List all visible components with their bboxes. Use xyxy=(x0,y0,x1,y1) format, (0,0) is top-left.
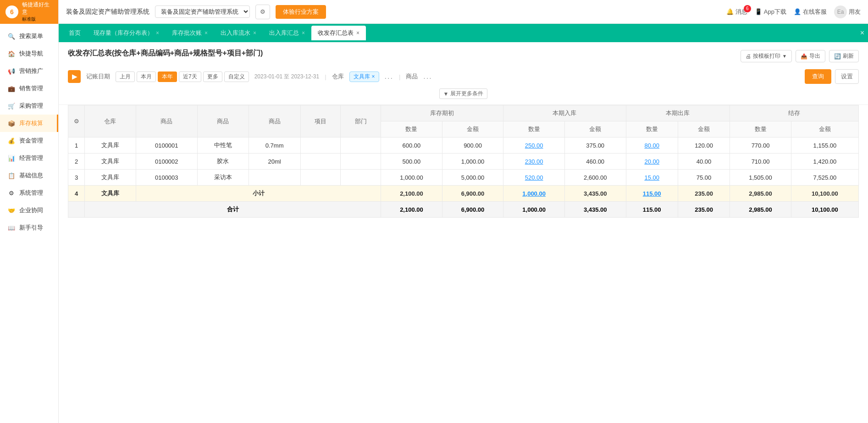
cell-opening-amt: 1,000.00 xyxy=(442,154,503,170)
app-download-button[interactable]: 📱 App下载 xyxy=(755,8,786,16)
footer-in-amt: 3,435.00 xyxy=(564,202,626,218)
cell-out-qty[interactable]: 20.00 xyxy=(626,154,678,170)
in-qty-link[interactable]: 230.00 xyxy=(525,158,543,165)
th-closing: 结存 xyxy=(730,105,859,121)
tab-inout-summary[interactable]: 出入库汇总 × xyxy=(263,26,311,40)
out-qty-link[interactable]: 20.00 xyxy=(644,158,659,165)
table-row: 2 文具库 0100002 胶水 20ml 500.00 1,000.00 23… xyxy=(68,154,859,170)
sidebar-item-label: 资金管理 xyxy=(19,137,43,145)
user-label: 用友 xyxy=(849,8,861,16)
cell-subtotal-out-qty[interactable]: 115.00 xyxy=(626,186,678,202)
sidebar-item-marketing[interactable]: 📢 营销推广 xyxy=(0,62,58,80)
inventory-icon: 📦 xyxy=(7,119,16,127)
system-select[interactable]: 装备及固定资产辅助管理系统 xyxy=(155,5,250,18)
date-btn-more[interactable]: 更多 xyxy=(203,71,222,82)
cell-subtotal-in-qty[interactable]: 1,000.00 xyxy=(503,186,565,202)
tab-inout-summary-close[interactable]: × xyxy=(302,30,305,36)
out-qty-link[interactable]: 15.00 xyxy=(644,174,659,181)
sidebar-logo: 6 畅捷通好生意 标准版 xyxy=(0,0,58,24)
cell-out-qty[interactable]: 15.00 xyxy=(626,170,678,186)
subtotal-in-qty-link[interactable]: 1,000.00 xyxy=(522,190,546,197)
trial-button[interactable]: 体验行业方案 xyxy=(276,5,326,19)
cell-subtotal-out-amt: 235.00 xyxy=(678,186,730,202)
tab-recv-send-close[interactable]: × xyxy=(356,30,359,36)
tab-inventory-dist-label: 现存量（库存分布表） xyxy=(94,29,153,37)
goods-more-dots[interactable]: ... xyxy=(423,72,432,81)
sidebar-item-business[interactable]: 📊 经营管理 xyxy=(0,149,58,167)
cell-in-qty[interactable]: 250.00 xyxy=(503,137,565,154)
tab-inout-flow[interactable]: 出入库流水 × xyxy=(214,26,263,40)
tab-batch-close[interactable]: × xyxy=(205,30,208,36)
notification-button[interactable]: 🔔 消息 6 xyxy=(726,8,747,16)
cell-in-qty[interactable]: 230.00 xyxy=(503,154,565,170)
refresh-label: 刷新 xyxy=(843,52,854,60)
tab-recv-send[interactable]: 收发存汇总表 × xyxy=(311,26,366,40)
cell-code: 0100003 xyxy=(136,170,197,186)
cell-name: 中性笔 xyxy=(197,137,249,154)
sidebar-item-system[interactable]: ⚙ 系统管理 xyxy=(0,184,58,202)
date-btn-this-month[interactable]: 本月 xyxy=(137,71,156,82)
topbar-left: 装备及固定资产辅助管理系统 装备及固定资产辅助管理系统 ⚙ 体验行业方案 xyxy=(66,5,326,19)
warehouse-tag-close[interactable]: × xyxy=(372,73,375,80)
guide-icon: 📖 xyxy=(7,224,16,232)
th-out-amt: 金额 xyxy=(678,121,730,137)
query-button[interactable]: 查询 xyxy=(805,69,831,84)
cell-out-qty[interactable]: 80.00 xyxy=(626,137,678,154)
th-goods-spec: 商品 xyxy=(249,105,300,137)
online-service-button[interactable]: 👤 在线客服 xyxy=(794,8,827,16)
cell-project xyxy=(300,170,341,186)
cell-in-qty[interactable]: 520.00 xyxy=(503,170,565,186)
date-btn-custom[interactable]: 自定义 xyxy=(224,71,249,82)
warehouse-more-dots[interactable]: ... xyxy=(385,72,393,81)
cell-in-amt: 375.00 xyxy=(564,137,626,154)
system-title: 装备及固定资产辅助管理系统 xyxy=(66,8,149,16)
filter-toggle-button[interactable]: ▶ xyxy=(68,70,81,83)
service-icon: 👤 xyxy=(794,8,801,15)
th-settings[interactable]: ⚙ xyxy=(68,105,85,137)
print-button[interactable]: 🖨 按模板打印 ▼ xyxy=(741,50,792,62)
cell-opening-amt: 5,000.00 xyxy=(442,170,503,186)
tab-inventory-dist-close[interactable]: × xyxy=(156,30,159,36)
cell-subtotal-in-amt: 3,435.00 xyxy=(564,186,626,202)
purchase-icon: 🛒 xyxy=(7,102,16,110)
expand-conditions-button[interactable]: ▼ 展开更多条件 xyxy=(439,88,488,99)
user-button[interactable]: Ea 用友 xyxy=(834,5,861,18)
sidebar: 6 畅捷通好生意 标准版 🔍 搜索菜单 🏠 快捷导航 📢 营销推广 💼 销售管理… xyxy=(0,0,59,423)
sidebar-item-search[interactable]: 🔍 搜索菜单 xyxy=(0,27,58,45)
filter-settings-button[interactable]: 设置 xyxy=(835,69,859,84)
out-qty-link[interactable]: 80.00 xyxy=(644,142,659,149)
cell-subtotal-closing-qty: 2,985.00 xyxy=(730,186,791,202)
date-btn-this-year[interactable]: 本年 xyxy=(158,71,177,82)
cell-out-amt: 75.00 xyxy=(678,170,730,186)
sidebar-item-purchase[interactable]: 🛒 采购管理 xyxy=(0,97,58,115)
tab-home[interactable]: 首页 xyxy=(62,26,87,40)
close-all-tabs-button[interactable]: × xyxy=(860,29,864,37)
sidebar-item-inventory[interactable]: 📦 库存核算 xyxy=(0,115,58,132)
date-btn-7days[interactable]: 近7天 xyxy=(179,71,201,82)
sidebar-item-guide[interactable]: 📖 新手引导 xyxy=(0,219,58,236)
in-qty-link[interactable]: 520.00 xyxy=(525,174,543,181)
tab-batch[interactable]: 库存批次账 × xyxy=(166,26,214,40)
export-button[interactable]: 📤 导出 xyxy=(796,50,825,62)
sidebar-item-corp[interactable]: 🤝 企业协同 xyxy=(0,202,58,219)
cell-closing-qty: 770.00 xyxy=(730,137,791,154)
sidebar-item-finance[interactable]: 💰 资金管理 xyxy=(0,132,58,149)
cell-code: 0100001 xyxy=(136,137,197,154)
subtotal-out-qty-link[interactable]: 115.00 xyxy=(643,190,661,197)
page-actions: 🖨 按模板打印 ▼ 📤 导出 🔄 刷新 xyxy=(741,50,859,62)
cell-no: 3 xyxy=(68,170,85,186)
cell-dept xyxy=(341,170,381,186)
date-btn-last-month[interactable]: 上月 xyxy=(116,71,135,82)
tab-inout-flow-close[interactable]: × xyxy=(253,30,256,36)
sidebar-item-base[interactable]: 📋 基础信息 xyxy=(0,167,58,184)
sidebar-item-sales[interactable]: 💼 销售管理 xyxy=(0,80,58,97)
tab-inventory-dist[interactable]: 现存量（库存分布表） × xyxy=(87,26,166,40)
warehouse-label: 仓库 xyxy=(332,72,344,81)
gear-button[interactable]: ⚙ xyxy=(255,5,270,19)
marketing-icon: 📢 xyxy=(7,67,16,75)
footer-out-qty: 115.00 xyxy=(626,202,678,218)
cell-subtotal-opening-qty: 2,100.00 xyxy=(381,186,442,202)
refresh-button[interactable]: 🔄 刷新 xyxy=(829,50,859,62)
in-qty-link[interactable]: 250.00 xyxy=(525,142,543,149)
sidebar-item-quick[interactable]: 🏠 快捷导航 xyxy=(0,45,58,62)
